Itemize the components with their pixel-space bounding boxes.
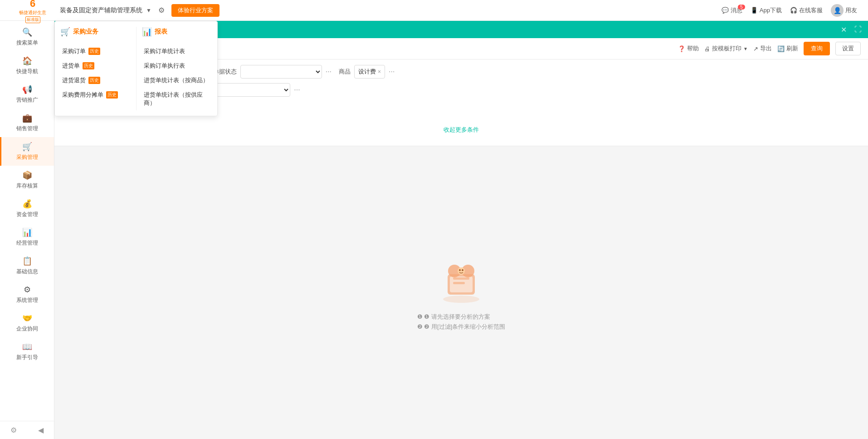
message-action[interactable]: 💬 消息 5 <box>722 6 742 15</box>
inventory-icon: 📦 <box>22 170 32 180</box>
refresh-icon: 🔄 <box>777 45 785 52</box>
refresh-btn[interactable]: 🔄 刷新 <box>777 44 798 53</box>
sidebar-item-quick-nav[interactable]: 🏠 快捷导航 <box>0 51 54 80</box>
dropdown-item-incoming-label: 进货单 <box>62 62 80 70</box>
system-dropdown-btn[interactable]: ▼ <box>146 7 151 14</box>
toolbar-right: ❓ 帮助 🖨 按模板打印 ▼ ↗ 导出 🔄 刷新 查询 设置 <box>678 42 861 55</box>
goods-group: 商品 设计费 × ··· <box>339 65 395 79</box>
sidebar-label-marketing: 营销推广 <box>16 96 38 104</box>
doc-status-group: 单据状态 ··· <box>213 65 332 79</box>
report-col: 📊 报表 采购订单统计表 采购订单执行表 进货单统计表（按商品） 进货单统计表（… <box>136 27 218 110</box>
purchase-business-col: 🛒 采购业务 采购订单 历史 进货单 历史 进货退货 历史 采购费用分摊单 历史 <box>55 27 136 110</box>
sidebar-item-sales[interactable]: 💼 销售管理 <box>0 109 54 137</box>
doc-status-select[interactable] <box>240 65 322 79</box>
sidebar-item-inventory[interactable]: 📦 库存核算 <box>0 166 54 194</box>
sidebar-label-purchase: 采购管理 <box>16 153 38 161</box>
user-avatar: 👤 <box>831 4 844 17</box>
empty-hint-1: ❶ 请先选择要分析的方案 <box>417 312 505 322</box>
headset-icon: 🎧 <box>790 7 797 14</box>
capital-icon: 💰 <box>22 199 32 209</box>
message-badge: 5 <box>738 5 745 10</box>
tab-close-window-btn[interactable]: ✕ <box>837 23 850 36</box>
sidebar-item-purchase[interactable]: 🛒 采购管理 <box>0 137 54 166</box>
sidebar-item-guide[interactable]: 📖 新手引导 <box>0 337 54 366</box>
salesperson-more-btn[interactable]: ··· <box>294 86 300 94</box>
header-center: 装备及固定资产辅助管理系统 ▼ ⚙ 体验行业方案 <box>60 4 722 17</box>
svg-rect-5 <box>453 277 469 280</box>
top-header: 6 畅捷通好生意 标准版 装备及固定资产辅助管理系统 ▼ ⚙ 体验行业方案 💬 … <box>0 0 868 21</box>
purchase-icon: 🛒 <box>22 142 32 152</box>
industry-btn[interactable]: 体验行业方案 <box>171 4 219 17</box>
sales-icon: 💼 <box>22 113 32 123</box>
logo-icon: 6 <box>30 0 35 10</box>
purchase-business-icon: 🛒 <box>60 27 70 37</box>
refresh-label: 刷新 <box>786 44 798 53</box>
empty-state: ❶ 请先选择要分析的方案 ❷ 用[过滤]条件来缩小分析范围 <box>54 146 868 439</box>
print-btn[interactable]: 🖨 按模板打印 ▼ <box>704 44 748 53</box>
dropdown-item-incoming[interactable]: 进货单 历史 <box>60 59 131 73</box>
system-title: 装备及固定资产辅助管理系统 <box>60 6 142 15</box>
svg-point-8 <box>459 269 461 271</box>
settings-btn[interactable]: 设置 <box>835 42 861 55</box>
settings-gear-icon[interactable]: ⚙ <box>155 4 168 17</box>
sidebar-label-operations: 经营管理 <box>16 239 38 247</box>
sidebar: 🔍 搜索菜单 🏠 快捷导航 📢 营销推广 💼 销售管理 🛒 采购管理 📦 库存核… <box>0 21 54 439</box>
goods-more-btn[interactable]: ··· <box>389 68 395 76</box>
sidebar-label-quick-nav: 快捷导航 <box>16 68 38 75</box>
goods-label: 商品 <box>339 68 351 76</box>
salesperson-select[interactable] <box>209 83 290 97</box>
sidebar-label-system: 系统管理 <box>16 296 38 304</box>
dropdown-item-order-exec-label: 采购订单执行表 <box>144 62 185 70</box>
logo-badge: 标准版 <box>25 16 40 23</box>
dropdown-item-incoming-supplier-label: 进货单统计表（按供应商） <box>144 91 210 107</box>
sidebar-item-system[interactable]: ⚙ 系统管理 <box>0 280 54 309</box>
sidebar-item-operations[interactable]: 📊 经营管理 <box>0 223 54 252</box>
system-icon: ⚙ <box>24 285 31 295</box>
help-btn[interactable]: ❓ 帮助 <box>678 44 699 53</box>
sidebar-label-basic-info: 基础信息 <box>16 268 38 276</box>
dropdown-item-order-stat[interactable]: 采购订单统计表 <box>142 44 212 59</box>
sidebar-item-search[interactable]: 🔍 搜索菜单 <box>0 23 54 51</box>
app-download-label: App下载 <box>760 6 782 15</box>
dropdown-item-purchase-order-label: 采购订单 <box>62 47 86 55</box>
help-icon: ❓ <box>678 45 685 52</box>
svg-point-9 <box>462 269 463 271</box>
goods-tag-value: 设计费 <box>358 68 376 76</box>
dropdown-item-expense[interactable]: 采购费用分摊单 历史 <box>60 88 131 102</box>
export-icon: ↗ <box>753 45 758 52</box>
dropdown-item-order-exec[interactable]: 采购订单执行表 <box>142 59 212 73</box>
help-label: 帮助 <box>687 44 699 53</box>
export-btn[interactable]: ↗ 导出 <box>753 44 772 53</box>
svg-point-7 <box>458 267 465 275</box>
tab-maximize-btn[interactable]: ⛶ <box>852 23 864 36</box>
tab-bar-right: ✕ ⛶ <box>837 23 864 36</box>
sidebar-collapse-btn[interactable]: ◀ <box>38 426 44 434</box>
online-service-action[interactable]: 🎧 在线客服 <box>790 6 823 15</box>
sidebar-label-inventory: 库存核算 <box>16 182 38 190</box>
goods-tag-close[interactable]: × <box>378 69 381 75</box>
app-download-action[interactable]: 📱 App下载 <box>751 6 782 15</box>
dropdown-item-incoming-goods-label: 进货单统计表（按商品） <box>144 76 209 84</box>
sidebar-item-capital[interactable]: 💰 资金管理 <box>0 194 54 223</box>
print-icon: 🖨 <box>704 45 710 52</box>
sidebar-label-guide: 新手引导 <box>16 354 38 361</box>
logo-area: 6 畅捷通好生意 标准版 <box>5 0 60 23</box>
sidebar-item-basic-info[interactable]: 📋 基础信息 <box>0 252 54 280</box>
dropdown-item-incoming-goods[interactable]: 进货单统计表（按商品） <box>142 73 212 88</box>
sidebar-label-search: 搜索菜单 <box>16 39 38 47</box>
doc-status-more-btn[interactable]: ··· <box>326 68 332 76</box>
home-icon: 🏠 <box>22 56 32 66</box>
user-action[interactable]: 👤 用友 <box>831 4 857 17</box>
sidebar-item-marketing[interactable]: 📢 营销推广 <box>0 80 54 109</box>
guide-icon: 📖 <box>22 342 32 352</box>
sidebar-settings-btn[interactable]: ⚙ <box>10 426 17 434</box>
collapse-btn[interactable]: 收起更多条件 <box>62 122 861 138</box>
dropdown-item-return[interactable]: 进货退货 历史 <box>60 73 131 88</box>
sidebar-item-enterprise[interactable]: 🤝 企业协同 <box>0 309 54 337</box>
phone-icon: 📱 <box>751 7 758 14</box>
dropdown-item-purchase-order[interactable]: 采购订单 历史 <box>60 44 131 59</box>
query-btn[interactable]: 查询 <box>804 42 830 55</box>
dropdown-item-order-stat-label: 采购订单统计表 <box>144 47 185 55</box>
export-label: 导出 <box>760 44 772 53</box>
dropdown-item-incoming-supplier[interactable]: 进货单统计表（按供应商） <box>142 88 212 110</box>
